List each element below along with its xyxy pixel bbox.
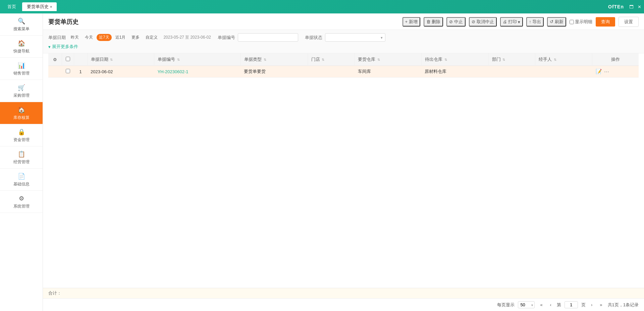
settings-col-icon: ⚙ [53,57,57,62]
print-label: 🖨 打印 [503,19,517,25]
sidebar-search-label: 搜索菜单 [13,26,30,32]
sidebar-item-basic-info[interactable]: 📄 基础信息 [0,169,43,191]
date-btn-last1month[interactable]: 近1月 [113,34,128,41]
purchase-icon: 🛒 [18,84,25,91]
sidebar-item-inventory[interactable]: 🏠 库存核算 [0,102,43,124]
display-detail-toggle[interactable]: 显示明细 [570,19,592,25]
stop-button[interactable]: ⊘ 中止 [446,17,466,27]
th-doc-date[interactable]: 单据日期 ⇅ [87,53,154,66]
row-more-icon[interactable]: ⋯ [604,69,609,75]
expand-label: 展开更多条件 [52,44,78,50]
doc-number-link[interactable]: YH-20230602-1 [158,69,189,74]
sidebar-item-search-menu[interactable]: 🔍 搜索菜单 [0,13,43,36]
quick-nav-icon: 🏠 [18,40,25,47]
operations-icon: 📋 [18,150,25,158]
sort-handler-icon: ⇅ [554,58,556,61]
sidebar-item-sales[interactable]: 📊 销售管理 [0,58,43,80]
row-checkbox[interactable] [66,69,70,73]
date-btn-custom[interactable]: 自定义 [143,34,160,41]
total-info: 共1页，1条记录 [608,302,639,308]
th-req-warehouse[interactable]: 要货仓库 ⇅ [355,53,422,66]
th-department[interactable]: 部门 ⇅ [488,53,535,66]
per-page-label: 每页显示 [497,302,515,308]
top-bar-right: OfTEn 🗖 ✕ [608,4,641,9]
th-settings[interactable]: ⚙ [48,53,62,66]
row-edit-icon[interactable]: 📝 [596,69,602,75]
th-handler[interactable]: 经手人 ⇅ [535,53,592,66]
display-detail-checkbox[interactable] [570,20,574,24]
date-btn-today[interactable]: 今天 [83,34,95,41]
date-filter-buttons: 昨天 今天 近7天 近1月 更多 自定义 [68,34,160,41]
sidebar-sales-label: 销售管理 [13,71,30,76]
print-dropdown-icon[interactable]: ▾ [518,19,520,25]
window-restore-btn[interactable]: 🗖 [629,4,634,9]
td-department [488,66,535,78]
filter-area: 单据日期 昨天 今天 近7天 近1月 更多 自定义 2023-05-27 至 2… [43,30,644,53]
cancel-stop-label: ⊘ 取消中止 [472,19,494,25]
data-table: ⚙ 单据日期 ⇅ 单据编号 ⇅ [48,53,639,78]
sort-req-warehouse-icon: ⇅ [377,58,380,61]
td-pending-warehouse: 原材料仓库 [421,66,488,78]
sort-pending-warehouse-icon: ⇅ [444,58,447,61]
doc-status-select[interactable] [325,33,385,42]
sidebar-inventory-label: 库存核算 [13,115,30,121]
doc-number-input[interactable] [238,33,298,42]
th-doc-type[interactable]: 单据类型 ⇅ [240,53,308,66]
date-btn-more[interactable]: 更多 [129,34,142,41]
window-close-btn[interactable]: ✕ [638,4,641,9]
new-button[interactable]: + 新增 [402,17,420,27]
toolbar: + 新增 🗑 删除 ⊘ 中止 ⊘ 取消中止 🖨 打印 ▾ ↑ 导出 [402,17,639,27]
sidebar-quicknav-label: 快捷导航 [13,48,30,54]
sidebar-item-purchase[interactable]: 🛒 采购管理 [0,80,43,102]
td-doc-number: YH-20230602-1 [154,66,241,78]
refresh-label: ↺ 刷新 [550,19,564,25]
pagination: 每页显示 20 50 100 « ‹ 第 页 › » 共1页，1条记录 [43,298,644,311]
refresh-button[interactable]: ↺ 刷新 [547,17,566,27]
td-doc-type: 要货单要货 [240,66,308,78]
select-all-checkbox[interactable] [66,57,70,61]
sidebar-item-capital[interactable]: 🔒 资金管理 [0,124,43,146]
per-page-select[interactable]: 20 50 100 [518,301,535,308]
page-label: 第 [557,302,561,308]
th-doc-number[interactable]: 单据编号 ⇅ [154,53,241,66]
stop-label: ⊘ 中止 [449,19,463,25]
date-btn-yesterday[interactable]: 昨天 [68,34,81,41]
search-menu-icon: 🔍 [18,17,25,25]
th-store[interactable]: 门店 ⇅ [308,53,355,66]
prev-page-btn[interactable]: ‹ [548,302,553,308]
tab-close-icon[interactable]: × [50,5,52,9]
cancel-stop-button[interactable]: ⊘ 取消中止 [469,17,497,27]
tab-requisition-history[interactable]: 要货单历史 × [22,2,57,11]
delete-label: 🗑 删除 [426,19,441,25]
system-icon: ⚙ [19,195,24,202]
query-button[interactable]: 查询 [596,17,615,27]
print-button[interactable]: 🖨 打印 ▾ [500,17,523,27]
sales-icon: 📊 [18,62,25,69]
query-label: 查询 [601,19,610,24]
top-bar: 首页 要货单历史 × OfTEn 🗖 ✕ [0,0,644,13]
tab-home[interactable]: 首页 [3,2,21,11]
filter-row: 单据日期 昨天 今天 近7天 近1月 更多 自定义 2023-05-27 至 2… [48,33,639,42]
export-label: ↑ 导出 [529,19,541,25]
new-label: + 新增 [405,19,418,25]
td-req-warehouse: 车间库 [355,66,422,78]
total-label: 合计： [48,290,61,296]
sidebar-item-system[interactable]: ⚙ 系统管理 [0,191,43,213]
date-btn-last7days[interactable]: 近7天 [97,34,112,41]
sidebar: 🔍 搜索菜单 🏠 快捷导航 📊 销售管理 🛒 采购管理 🏠 库存核算 🔒 资金管… [0,13,43,311]
td-checkbox [62,66,74,78]
sort-doc-date-icon: ⇅ [110,58,113,61]
expand-more-btn[interactable]: ▾ 展开更多条件 [48,44,639,50]
main-layout: 🔍 搜索菜单 🏠 快捷导航 📊 销售管理 🛒 采购管理 🏠 库存核算 🔒 资金管… [0,13,644,311]
page-input[interactable] [565,301,578,308]
first-page-btn[interactable]: « [538,302,544,308]
settings-button[interactable]: 设置 [619,17,639,27]
sidebar-item-quick-nav[interactable]: 🏠 快捷导航 [0,36,43,58]
export-button[interactable]: ↑ 导出 [526,17,544,27]
next-page-btn[interactable]: › [589,302,594,308]
sidebar-item-operations[interactable]: 📋 经营管理 [0,146,43,169]
th-pending-warehouse[interactable]: 待出仓库 ⇅ [421,53,488,66]
doc-number-label: 单据编号 [218,35,235,41]
last-page-btn[interactable]: » [598,302,604,308]
delete-button[interactable]: 🗑 删除 [424,17,443,27]
